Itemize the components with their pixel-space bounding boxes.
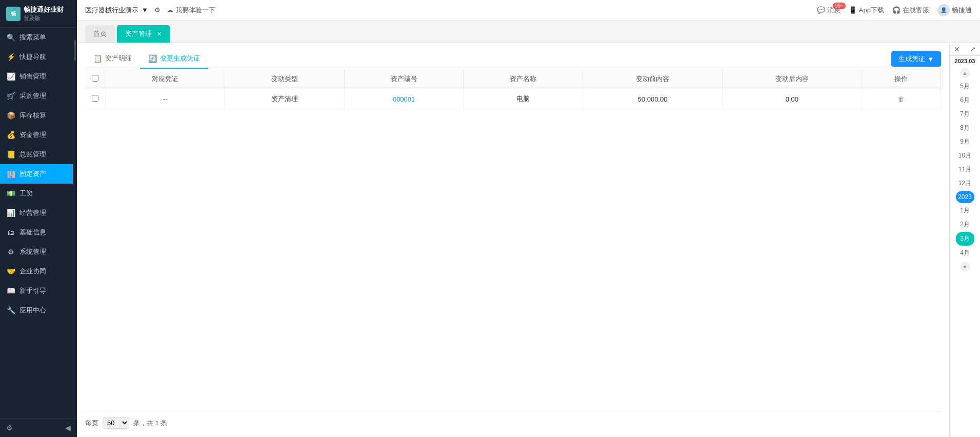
- notifications-badge: 99+: [833, 3, 846, 9]
- basics-icon: 🗂: [6, 228, 15, 237]
- customer-service-button[interactable]: 🎧 在线客服: [892, 6, 929, 15]
- month-list: 5月 6月 7月 8月 9月 10月 11月 12月 2023 1月 2月 3月…: [950, 80, 980, 260]
- sub-tab-change-voucher[interactable]: 🔄 变更生成凭证: [140, 49, 208, 69]
- month-12[interactable]: 12月: [950, 176, 980, 190]
- delete-icon[interactable]: 🗑: [897, 95, 905, 103]
- header-voucher: 对应凭证: [106, 69, 225, 89]
- toolbar: 生成凭证 ▼: [891, 49, 941, 69]
- funds-icon: 💰: [6, 130, 15, 140]
- row-change-type: 资产清理: [225, 89, 345, 109]
- month-2[interactable]: 2月: [950, 217, 980, 231]
- tab-home[interactable]: 首页: [85, 25, 115, 43]
- header-asset-name: 资产名称: [464, 69, 583, 89]
- notification-icon: 💬: [817, 6, 825, 14]
- tab-close-icon[interactable]: ✕: [157, 31, 162, 37]
- select-all-checkbox[interactable]: [92, 75, 98, 82]
- sidebar-item-appcenter[interactable]: 🔧 应用中心: [0, 301, 73, 320]
- sidebar-item-inventory[interactable]: 📦 库存核算: [0, 106, 73, 125]
- sidebar-bottom: ⚙ ◀: [0, 418, 77, 437]
- month-11[interactable]: 11月: [950, 163, 980, 176]
- right-panel-header: ✕ ⤢: [950, 43, 980, 56]
- sidebar-item-wages[interactable]: 💵 工资: [0, 184, 73, 203]
- month-3[interactable]: 3月: [956, 232, 974, 246]
- inventory-icon: 📦: [6, 111, 15, 120]
- sidebar-nav: 🔍 搜索菜单 ⚡ 快捷导航 📈 销售管理 🛒 采购管理 📦 库存核算 💰: [0, 28, 73, 418]
- row-checkbox[interactable]: [92, 95, 98, 102]
- month-10[interactable]: 10月: [950, 149, 980, 163]
- company-name: 医疗器械行业演示: [85, 6, 138, 15]
- settings-icon[interactable]: ⚙: [6, 424, 13, 432]
- row-asset-code[interactable]: 000001: [344, 89, 464, 109]
- expand-panel-button[interactable]: ⤢: [970, 45, 976, 53]
- tab-assets[interactable]: 资产管理 ✕: [117, 25, 170, 43]
- sidebar-item-basics[interactable]: 🗂 基础信息: [0, 223, 73, 242]
- sidebar-item-sales[interactable]: 📈 销售管理: [0, 67, 73, 86]
- table-header: 对应凭证 变动类型 资产编号 资产名称 变动前内容 变动后内容 操作: [85, 69, 941, 89]
- sub-tab-asset-detail-label: 资产明细: [105, 54, 132, 63]
- fixedassets-icon: 🏢: [6, 169, 15, 178]
- topbar-right: 💬 消息 99+ 📱 App下载 🎧 在线客服 👤 畅捷通: [817, 4, 972, 16]
- header-action: 操作: [862, 69, 941, 89]
- row-after-change: 0.00: [722, 89, 862, 109]
- sidebar-item-label: 工资: [19, 189, 33, 198]
- header-change-type: 变动类型: [225, 69, 345, 89]
- user-menu[interactable]: 👤 畅捷通: [937, 4, 972, 16]
- header-before-change: 变动前内容: [583, 69, 723, 89]
- per-page-select[interactable]: 50 10 20 100: [103, 417, 129, 429]
- quicknav-icon: ⚡: [6, 52, 15, 62]
- collapse-icon[interactable]: ◀: [65, 424, 71, 432]
- sidebar-item-label: 采购管理: [19, 91, 46, 101]
- sidebar-item-enterprise[interactable]: 🤝 企业协同: [0, 262, 73, 281]
- month-6[interactable]: 6月: [950, 93, 980, 107]
- month-5[interactable]: 5月: [950, 80, 980, 93]
- company-selector[interactable]: 医疗器械行业演示 ▼: [85, 6, 148, 15]
- customer-service-label: 在线客服: [903, 6, 929, 15]
- sub-tab-asset-detail[interactable]: 📋 资产明细: [85, 49, 140, 69]
- settings-gear-icon[interactable]: ⚙: [154, 6, 161, 14]
- month-8[interactable]: 8月: [950, 121, 980, 135]
- sidebar-item-fixedassets[interactable]: 🏢 固定资产: [0, 164, 73, 184]
- month-9[interactable]: 9月: [950, 135, 980, 149]
- headset-icon: 🎧: [892, 6, 901, 14]
- sidebar-item-funds[interactable]: 💰 资金管理: [0, 125, 73, 145]
- change-voucher-icon: 🔄: [148, 54, 157, 63]
- generate-voucher-button[interactable]: 生成凭证 ▼: [891, 51, 941, 67]
- sidebar-item-operations[interactable]: 📊 经营管理: [0, 203, 73, 223]
- user-name: 畅捷通: [952, 6, 972, 15]
- close-panel-button[interactable]: ✕: [954, 45, 960, 53]
- table-row: -- 资产清理 000001 电脑 50,000.00 0.00 🗑: [85, 89, 941, 109]
- row-action-cell: 🗑: [862, 89, 941, 109]
- tabbar: 首页 资产管理 ✕: [77, 21, 980, 43]
- scroll-down-button[interactable]: ▼: [960, 262, 970, 272]
- sidebar: 畅 畅捷通好业财 普及版 🔍 搜索菜单 ⚡ 快捷导航 📈 销售管理 🛒 采购管理: [0, 0, 77, 437]
- sidebar-item-quicknav[interactable]: ⚡ 快捷导航: [0, 47, 73, 67]
- topbar: 医疗器械行业演示 ▼ ⚙ ☁ 我要体验一下 💬 消息 99+ 📱 App下载 🎧…: [77, 0, 980, 21]
- dropdown-arrow-icon: ▼: [927, 55, 934, 63]
- page-content: 📋 资产明细 🔄 变更生成凭证 生成凭证 ▼: [77, 43, 949, 437]
- sidebar-item-purchase[interactable]: 🛒 采购管理: [0, 86, 73, 106]
- demo-button[interactable]: ☁ 我要体验一下: [167, 6, 215, 15]
- sidebar-item-label: 固定资产: [19, 169, 46, 178]
- month-4[interactable]: 4月: [950, 246, 980, 260]
- table-wrap: 对应凭证 变动类型 资产编号 资产名称 变动前内容 变动后内容 操作: [85, 69, 941, 411]
- notifications-button[interactable]: 💬 消息 99+: [817, 6, 841, 15]
- sidebar-item-system[interactable]: ⚙ 系统管理: [0, 242, 73, 262]
- ledger-icon: 📒: [6, 150, 15, 159]
- year-label: 2023.03: [950, 56, 980, 66]
- sidebar-item-label: 总账管理: [19, 150, 46, 159]
- month-7[interactable]: 7月: [950, 107, 980, 121]
- row-asset-name: 电脑: [464, 89, 583, 109]
- guide-icon: 📖: [6, 286, 15, 295]
- scroll-up-button[interactable]: ▲: [960, 68, 970, 78]
- sub-tab-change-voucher-label: 变更生成凭证: [160, 54, 200, 63]
- month-1[interactable]: 1月: [950, 204, 980, 217]
- per-page-label: 每页: [85, 419, 98, 428]
- sidebar-item-search[interactable]: 🔍 搜索菜单: [0, 28, 73, 47]
- cloud-icon: ☁: [167, 6, 173, 14]
- app-download-button[interactable]: 📱 App下载: [849, 6, 884, 15]
- wages-icon: 💵: [6, 189, 15, 198]
- system-icon: ⚙: [6, 247, 15, 256]
- year-badge[interactable]: 2023: [956, 191, 974, 203]
- sidebar-item-guide[interactable]: 📖 新手引导: [0, 281, 73, 301]
- sidebar-item-ledger[interactable]: 📒 总账管理: [0, 145, 73, 164]
